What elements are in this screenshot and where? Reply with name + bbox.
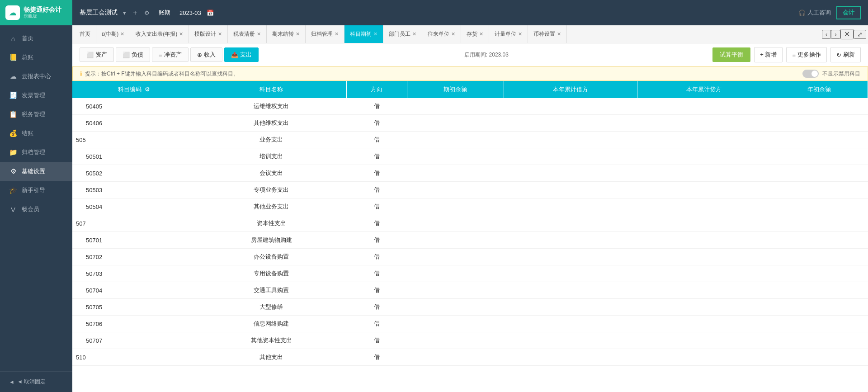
close-all-tabs[interactable]: ✕ [840, 29, 854, 39]
col-direction: 方向 [346, 81, 407, 98]
tab-close-dept[interactable]: ✕ [412, 31, 416, 37]
toggle-label: 不显示禁用科目 [822, 70, 860, 78]
add-button[interactable]: + 新增 [754, 47, 783, 62]
col-name: 科目名称 [196, 81, 347, 98]
net-asset-icon: ≡ [159, 52, 162, 58]
sidebar-footer[interactable]: ◄ ◄ 取消固定 [0, 371, 72, 392]
subjects-table: 科目编码 ⚙科目名称方向期初余额本年累计借方本年累计贷方年初余额 50405运维… [72, 81, 868, 366]
tab-period-end[interactable]: 期末结转✕ [267, 25, 306, 43]
table-row[interactable]: 50707其他资本性支出借 [72, 332, 868, 349]
project-dropdown[interactable]: ▾ [123, 9, 126, 16]
table-row[interactable]: 50502会议支出借 [72, 165, 868, 182]
tab-close-stock[interactable]: ✕ [479, 31, 483, 37]
sidebar-item-tax[interactable]: 📋税务管理 [0, 105, 72, 124]
tab-close-income[interactable]: ✕ [179, 31, 183, 37]
table-row[interactable]: 50501培训支出借 [72, 148, 868, 165]
notice-bar: ℹ 提示：按Ctrl + F键并输入科目编码或者科目名称可以查找科目。 不显示禁… [72, 66, 868, 81]
subtab-net-asset[interactable]: ≡净资产 [152, 47, 189, 62]
sidebar-item-home[interactable]: ⌂首页 [0, 29, 72, 48]
tab-close-tax[interactable]: ✕ [257, 31, 261, 37]
tab-scroll-left[interactable]: ‹ [822, 30, 831, 39]
tax-icon: 📋 [9, 110, 17, 118]
calendar-icon[interactable]: 📅 [207, 9, 214, 16]
tab-income[interactable]: 收入支出表(年报)✕ [130, 25, 189, 43]
cloud-icon: ☁ [9, 72, 17, 80]
calc-balance-button[interactable]: 试算平衡 [712, 47, 750, 62]
refresh-button[interactable]: ↻ 刷新 [830, 47, 861, 62]
guide-icon: 🎓 [9, 186, 17, 194]
pin-icon: ◄ [9, 379, 14, 385]
tab-close-measure[interactable]: ✕ [518, 31, 522, 37]
tab-scroll-right[interactable]: › [831, 30, 840, 39]
expand-button[interactable]: ⤢ [854, 30, 866, 39]
tab-dept[interactable]: 部门员工✕ [383, 25, 422, 43]
more-icon: ≡ [792, 52, 796, 58]
col-ytd_credit: 本年累计贷方 [637, 81, 771, 98]
subtab-income-sub[interactable]: ⊕收入 [190, 47, 222, 62]
project-title: 基层工会测试 [80, 9, 118, 17]
tab-close-template[interactable]: ✕ [218, 31, 222, 37]
table-row[interactable]: 50504其他业务支出借 [72, 198, 868, 215]
table-row[interactable]: 50406其他维权支出借 [72, 115, 868, 132]
table-row[interactable]: 50706信息网络购建借 [72, 316, 868, 332]
sidebar-item-cloud[interactable]: ☁云报表中心 [0, 67, 72, 86]
tab-interim[interactable]: ε(中期)✕ [96, 25, 130, 43]
tab-measure[interactable]: 计量单位✕ [489, 25, 528, 43]
table-row[interactable]: 510其他支出借 [72, 349, 868, 366]
table-row[interactable]: 50705大型修缮借 [72, 299, 868, 316]
tab-subject[interactable]: 科目期初✕ [344, 25, 383, 43]
tab-close-period-end[interactable]: ✕ [296, 31, 300, 37]
table-row[interactable]: 505业务支出借 [72, 132, 868, 148]
income-sub-icon: ⊕ [197, 52, 202, 58]
table-row[interactable]: 50702办公设备购置借 [72, 249, 868, 265]
tab-stock[interactable]: 存货✕ [461, 25, 489, 43]
tabbar: 首页ε(中期)✕收入支出表(年报)✕模版设计✕税表清册✕期末结转✕归档管理✕科目… [72, 25, 868, 43]
tab-home[interactable]: 首页 [74, 25, 96, 43]
col-ytd_debit: 本年累计借方 [504, 81, 637, 98]
topbar: 基层工会测试 ▾ ＋ ⚙ 账期 2023-03 📅 🎧 人工咨询 会计 [72, 0, 868, 25]
notice-text: 提示：按Ctrl + F键并输入科目编码或者科目名称可以查找科目。 [85, 70, 239, 78]
tab-template[interactable]: 模版设计✕ [189, 25, 228, 43]
table-row[interactable]: 50503专项业务支出借 [72, 182, 868, 198]
main-area: 基层工会测试 ▾ ＋ ⚙ 账期 2023-03 📅 🎧 人工咨询 会计 首页ε(… [72, 0, 868, 392]
service-button[interactable]: 🎧 人工咨询 [798, 9, 831, 17]
column-settings-icon[interactable]: ⚙ [143, 86, 151, 93]
more-button[interactable]: ≡ 更多操作 [786, 47, 827, 62]
tab-archive[interactable]: 归档管理✕ [306, 25, 344, 43]
sidebar-item-basic[interactable]: ⚙基础设置 [0, 162, 72, 181]
sidebar-item-guide[interactable]: 🎓新手引导 [0, 181, 72, 200]
sidebar: ☁ 畅捷通好会计 旗舰版 ⌂首页📒总账☁云报表中心🧾发票管理📋税务管理💰结账📁归… [0, 0, 72, 392]
subtab-asset[interactable]: ⬜资产 [80, 47, 114, 62]
settings-icon[interactable]: ⚙ [144, 9, 150, 16]
disabled-subject-toggle[interactable] [802, 70, 819, 78]
refresh-icon: ↻ [836, 52, 841, 58]
sidebar-nav: ⌂首页📒总账☁云报表中心🧾发票管理📋税务管理💰结账📁归档管理⚙基础设置🎓新手引导… [0, 25, 72, 371]
tab-close-currency[interactable]: ✕ [557, 31, 561, 37]
table-row[interactable]: 50701房屋建筑物购建借 [72, 232, 868, 249]
kuaiji-button[interactable]: 会计 [836, 6, 861, 19]
subtabs: ⬜资产⬜负债≡净资产⊕收入📤支出启用期间: 2023.03 试算平衡 + 新增 … [72, 43, 868, 66]
add-tab-button[interactable]: ＋ [132, 8, 139, 18]
tab-close-archive[interactable]: ✕ [335, 31, 339, 37]
settle-icon: 💰 [9, 129, 17, 137]
tab-close-interim[interactable]: ✕ [120, 31, 124, 37]
table-row[interactable]: 50704交通工具购置借 [72, 282, 868, 299]
tab-tax[interactable]: 税表清册✕ [228, 25, 267, 43]
sidebar-item-ledger[interactable]: 📒总账 [0, 48, 72, 67]
tab-close-subject[interactable]: ✕ [373, 31, 377, 37]
sidebar-item-archive[interactable]: 📁归档管理 [0, 143, 72, 162]
subtab-expenditure[interactable]: 📤支出 [224, 47, 259, 62]
tab-currency[interactable]: 币种设置✕ [528, 25, 567, 43]
sidebar-item-settle[interactable]: 💰结账 [0, 124, 72, 143]
headset-icon: 🎧 [798, 9, 806, 16]
tab-close-unit[interactable]: ✕ [451, 31, 455, 37]
sidebar-item-vip[interactable]: V畅会员 [0, 200, 72, 219]
sidebar-item-invoice[interactable]: 🧾发票管理 [0, 86, 72, 105]
app-title: 畅捷通好会计 [24, 6, 61, 14]
vip-icon: V [9, 206, 17, 213]
table-row[interactable]: 50703专用设备购置借 [72, 265, 868, 282]
tab-unit[interactable]: 往来单位✕ [422, 25, 461, 43]
subtab-liability[interactable]: ⬜负债 [116, 47, 150, 62]
table-row[interactable]: 50405运维维权支出借 [72, 98, 868, 115]
table-row[interactable]: 507资本性支出借 [72, 215, 868, 232]
